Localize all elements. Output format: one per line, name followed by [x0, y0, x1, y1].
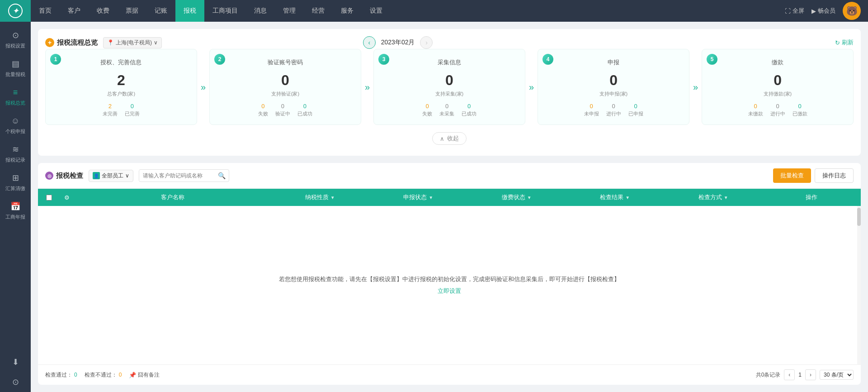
step-stat-paid[interactable]: 0 已缴款	[793, 103, 807, 117]
step-stats-4: 0 未申报 0 进行中 0 已申报	[584, 103, 643, 117]
prev-page-btn[interactable]: ‹	[784, 369, 795, 380]
sidebar-item-annual-report[interactable]: 📅 工商年报	[0, 196, 31, 225]
stat-label-not-collected: 未采集	[439, 110, 454, 117]
th-customer-name: 客户名称	[74, 193, 271, 201]
step-stat-not-paid[interactable]: 0 未缴款	[748, 103, 763, 117]
stat-val-incomplete: 2	[108, 103, 112, 110]
th-gear[interactable]: ⚙	[60, 194, 74, 201]
step-stat-declaring[interactable]: 0 进行中	[606, 103, 621, 117]
collapse-btn[interactable]: ∧ 收起	[432, 132, 467, 145]
filter-icon-5[interactable]: ▼	[724, 195, 728, 200]
content-area: + 报税流程总览 📍 上海(电子税局) ∨ ‹ 2023年02月 › ↻ 刷新	[31, 22, 868, 392]
step-stat-not-collected[interactable]: 0 未采集	[439, 103, 454, 117]
step-authorize: 1 授权、完善信息 2 总客户数(家) 2 未完善 0 已完善	[45, 49, 197, 125]
mascot-icon[interactable]: 🐻	[843, 2, 861, 20]
vip-btn[interactable]: ▶ 畅会员	[811, 7, 835, 15]
step-stat-collected[interactable]: 0 已成功	[462, 103, 476, 117]
step-subtitle-2: 支持验证(家)	[271, 91, 299, 97]
step-title-3: 采集信息	[438, 58, 461, 67]
filter-icon-2[interactable]: ▼	[429, 195, 433, 200]
step-title-1: 授权、完善信息	[100, 58, 142, 67]
step-stat-not-declared[interactable]: 0 未申报	[584, 103, 599, 117]
search-button[interactable]: 🔍	[214, 170, 229, 182]
nav-settings[interactable]: 设置	[362, 0, 391, 22]
fullscreen-btn[interactable]: ⛶ 全屏	[785, 7, 804, 15]
sidebar-bottom-download[interactable]: ⬇	[0, 352, 31, 372]
nav-invoice[interactable]: 票据	[118, 0, 146, 22]
step-pay: 5 缴款 0 支持缴款(家) 0 未缴款 0 进行中	[702, 49, 854, 125]
step-stat-verifying[interactable]: 0 验证中	[275, 103, 290, 117]
filter-icon-4[interactable]: ▼	[625, 195, 630, 200]
next-page-btn[interactable]: ›	[805, 369, 816, 380]
th-pay-status: 缴费状态 ▼	[467, 193, 566, 201]
step-stat-verified[interactable]: 0 已成功	[297, 103, 312, 117]
step-stat-paying[interactable]: 0 进行中	[770, 103, 785, 117]
filter-icon-3[interactable]: ▼	[527, 195, 532, 200]
nav-fee[interactable]: 收费	[89, 0, 118, 22]
th-checkbox[interactable]	[38, 195, 60, 201]
date-navigation: ‹ 2023年02月 ›	[363, 36, 433, 49]
sidebar-item-individual-tax[interactable]: ☺ 个税申报	[0, 111, 31, 139]
top-navigation: ✦ 首页 客户 收费 票据 记账 报税 工商项目 消息 管理 经营 服务 设置 …	[0, 0, 868, 22]
chevron-down-icon: ∨	[154, 39, 158, 46]
table-footer: 检查通过： 0 检查不通过： 0 📌 囧有备注 共0条记录 ‹ 1 ›	[38, 364, 861, 385]
stat-label-complete: 已完善	[125, 110, 140, 117]
annual-report-icon: 📅	[10, 201, 21, 212]
next-month-btn[interactable]: ›	[420, 36, 433, 49]
nav-customer[interactable]: 客户	[60, 0, 89, 22]
sidebar-bottom-settings[interactable]: ⊙	[0, 372, 31, 392]
stat-label-declaring: 进行中	[606, 110, 621, 117]
step-stat-complete[interactable]: 0 已完善	[125, 103, 140, 117]
step-stats-1: 2 未完善 0 已完善	[103, 103, 140, 117]
stat-label-not-paid: 未缴款	[748, 110, 763, 117]
nav-message[interactable]: 消息	[246, 0, 275, 22]
step-verify: 2 验证账号密码 0 支持验证(家) 0 失败 0 验证中	[209, 49, 361, 125]
setup-link[interactable]: 立即设置	[438, 287, 461, 294]
step-stat-incomplete[interactable]: 2 未完善	[103, 103, 118, 117]
tax-settings-icon: ⊙	[10, 30, 21, 41]
table-scrollbar[interactable]	[857, 206, 861, 364]
stat-val-not-paid: 0	[754, 103, 757, 110]
nav-operation[interactable]: 经营	[304, 0, 333, 22]
per-page-select[interactable]: 30 条/页	[820, 370, 854, 380]
arrow-1: »	[197, 49, 209, 125]
filter-icon-1[interactable]: ▼	[330, 195, 335, 200]
prev-month-btn[interactable]: ‹	[363, 36, 376, 49]
sidebar-bottom: ⬇ ⊙	[0, 352, 31, 392]
nav-service[interactable]: 服务	[333, 0, 362, 22]
step-subtitle-3: 支持采集(家)	[435, 91, 463, 97]
operation-log-button[interactable]: 操作日志	[815, 168, 854, 183]
nav-management[interactable]: 管理	[275, 0, 304, 22]
batch-check-button[interactable]: 批量检查	[773, 168, 811, 183]
sidebar-item-reconciliation[interactable]: ⊞ 汇算清缴	[0, 168, 31, 196]
nav-accounting[interactable]: 记账	[146, 0, 175, 22]
location-selector[interactable]: 📍 上海(电子税局) ∨	[103, 37, 162, 48]
sidebar-item-tax-overview[interactable]: ≡ 报税总览	[0, 82, 31, 111]
step-stat-collect-fail[interactable]: 0 失败	[422, 103, 432, 117]
step-stat-declared[interactable]: 0 已申报	[628, 103, 643, 117]
logo-icon: ✦	[8, 4, 23, 18]
employee-filter[interactable]: 👤 全部员工 ∨	[89, 170, 133, 182]
pass-count-link[interactable]: 0	[74, 372, 77, 378]
batch-tax-icon: ▤	[10, 58, 21, 69]
current-page: 1	[798, 372, 802, 378]
nav-business[interactable]: 工商项目	[204, 0, 246, 22]
scrollbar-thumb[interactable]	[857, 208, 861, 226]
pin-icon: 📌	[129, 372, 136, 378]
select-all-checkbox[interactable]	[46, 195, 52, 201]
refresh-btn[interactable]: ↻ 刷新	[835, 38, 854, 47]
sidebar-item-batch-tax[interactable]: ▤ 批量报税	[0, 54, 31, 82]
step-title-5: 缴款	[772, 58, 783, 67]
nav-tax[interactable]: 报税	[175, 0, 204, 22]
filter-chevron-icon: ∨	[125, 172, 129, 179]
th-check-result: 检查结果 ▼	[566, 193, 665, 201]
sidebar-item-tax-settings[interactable]: ⊙ 报税设置	[0, 25, 31, 54]
sidebar-item-tax-records[interactable]: ≋ 报税记录	[0, 139, 31, 168]
step-stat-fail[interactable]: 0 失败	[258, 103, 268, 117]
stat-val-verifying: 0	[281, 103, 284, 110]
fail-count-link[interactable]: 0	[119, 372, 122, 378]
search-input[interactable]	[139, 170, 214, 181]
step-count-2: 0	[281, 72, 289, 89]
logo[interactable]: ✦	[0, 0, 31, 22]
nav-home[interactable]: 首页	[31, 0, 60, 22]
